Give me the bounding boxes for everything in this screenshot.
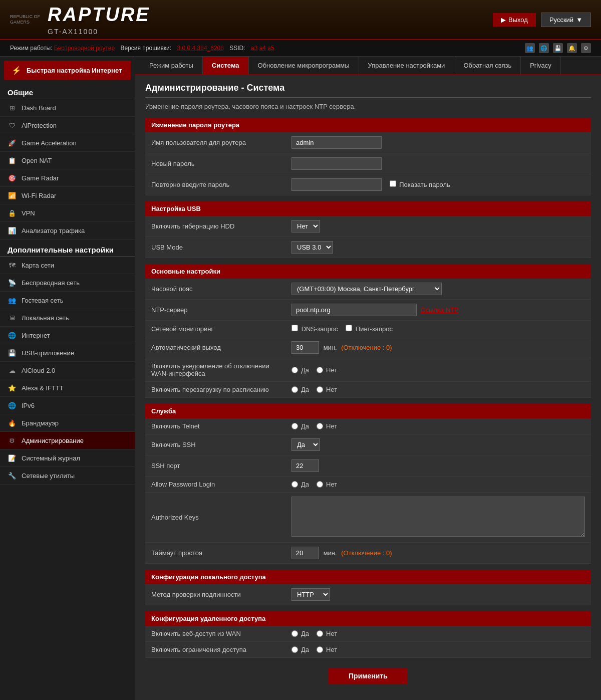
- sidebar-item-dashboard[interactable]: ⊞ Dash Board: [0, 99, 135, 117]
- sidebar-item-ipv6[interactable]: 🌐 IPv6: [0, 397, 135, 414]
- usb-icon[interactable]: 💾: [553, 43, 563, 53]
- quick-setup-button[interactable]: ⚡ Быстрая настройка Интернет: [4, 61, 131, 80]
- sidebar-item-aiprotection[interactable]: 🛡 AiProtection: [0, 117, 135, 134]
- tab-firmware[interactable]: Обновление микропрограммы: [249, 57, 359, 74]
- timezone-label: Часовой пояс: [145, 279, 285, 300]
- authorized-keys-textarea[interactable]: [291, 497, 585, 537]
- brand-area: REPUBLIC OF GAMERS RAPTURE GT-AX11000: [10, 4, 150, 36]
- auto-logout-input[interactable]: [291, 341, 319, 354]
- wan-web-no-label: Нет: [326, 630, 337, 637]
- ssid-a4[interactable]: а4: [259, 45, 266, 52]
- gear-icon[interactable]: ⚙: [581, 43, 591, 53]
- wan-web-yes[interactable]: Да: [291, 630, 309, 637]
- sidebar-item-open-nat[interactable]: 📋 Open NAT: [0, 152, 135, 169]
- confirm-password-input[interactable]: [291, 178, 382, 191]
- schedule-reboot-no-radio[interactable]: [317, 386, 323, 393]
- network-monitor-label: Сетевой мониторинг: [145, 321, 285, 337]
- sidebar-item-aicloud[interactable]: ☁ AiCloud 2.0: [0, 362, 135, 379]
- ssid-a5[interactable]: а5: [267, 45, 274, 52]
- ssid-a3[interactable]: а3: [251, 45, 257, 52]
- sidebar-item-label: Dash Board: [22, 104, 56, 112]
- allow-password-no[interactable]: Нет: [317, 481, 337, 488]
- auth-method-select[interactable]: HTTP HTTPS: [291, 588, 330, 601]
- schedule-reboot-yes-radio[interactable]: [291, 386, 298, 393]
- password-form: Имя пользователя для роутера Новый парол…: [145, 132, 591, 195]
- apply-button[interactable]: Применить: [329, 668, 408, 684]
- firmware-value[interactable]: 3.0.0.4.384_6208: [177, 45, 224, 52]
- access-limit-label: Включить ограничения доступа: [145, 642, 285, 658]
- rapture-title: RAPTURE: [48, 4, 150, 26]
- globe-icon[interactable]: 🌐: [539, 43, 549, 53]
- sidebar-item-lan[interactable]: 🖥 Локальная сеть: [0, 309, 135, 327]
- usb-section-header: Настройка USB: [145, 201, 591, 216]
- wan-notify-no-radio[interactable]: [317, 367, 323, 373]
- tab-privacy[interactable]: Privacy: [521, 57, 561, 74]
- ntp-link[interactable]: Ссылка NTP: [421, 306, 459, 314]
- sidebar-item-guest-network[interactable]: 👥 Гостевая сеть: [0, 292, 135, 309]
- people-icon[interactable]: 👥: [525, 43, 535, 53]
- timezone-select[interactable]: (GMT+03:00) Москва, Санкт-Петербург: [291, 283, 442, 295]
- telnet-no-radio[interactable]: [317, 423, 323, 429]
- bell-icon[interactable]: 🔔: [567, 43, 577, 53]
- allow-password-yes[interactable]: Да: [291, 481, 309, 488]
- access-limit-yes[interactable]: Да: [291, 646, 309, 653]
- sidebar-item-label: Open NAT: [22, 157, 52, 164]
- wan-notify-yes[interactable]: Да: [291, 366, 309, 374]
- tab-system[interactable]: Система: [203, 57, 249, 74]
- wan-notify-yes-radio[interactable]: [291, 367, 298, 373]
- chevron-down-icon: ▼: [576, 16, 582, 24]
- username-input[interactable]: [291, 136, 382, 149]
- tab-settings-management[interactable]: Управление настройками: [359, 57, 455, 74]
- ntp-input[interactable]: [291, 304, 417, 316]
- language-button[interactable]: Русский ▼: [541, 13, 591, 27]
- tab-feedback[interactable]: Обратная связь: [454, 57, 521, 74]
- sidebar-item-internet[interactable]: 🌐 Интернет: [0, 327, 135, 344]
- confirm-password-row: Повторно введите пароль Показать пароль: [145, 174, 591, 195]
- access-limit-yes-radio[interactable]: [291, 646, 298, 653]
- wan-web-yes-radio[interactable]: [291, 630, 298, 637]
- sidebar-item-game-radar[interactable]: 🎯 Game Radar: [0, 169, 135, 187]
- wan-web-yes-label: Да: [301, 630, 309, 637]
- content-area: Режим работы Система Обновление микропро…: [135, 57, 601, 700]
- mode-value[interactable]: Беспроводной роутер: [54, 45, 115, 52]
- allow-password-no-radio[interactable]: [317, 481, 323, 488]
- timeout-input[interactable]: [291, 547, 319, 559]
- allow-password-yes-radio[interactable]: [291, 481, 298, 488]
- usb-mode-select[interactable]: USB 3.0 USB 2.0: [291, 241, 333, 254]
- ssh-port-input[interactable]: [291, 459, 319, 472]
- sidebar-item-network-utils[interactable]: 🔧 Сетевые утилиты: [0, 467, 135, 485]
- schedule-reboot-no[interactable]: Нет: [317, 386, 337, 393]
- tab-operation-mode[interactable]: Режим работы: [140, 57, 203, 74]
- timeout-label: Таймаут простоя: [145, 543, 285, 564]
- wan-web-no[interactable]: Нет: [317, 630, 337, 637]
- exit-button[interactable]: ▶ Выход: [493, 13, 536, 27]
- sidebar-item-firewall[interactable]: 🔥 Брандмауэр: [0, 414, 135, 432]
- sidebar-item-game-acceleration[interactable]: 🚀 Game Acceleration: [0, 134, 135, 152]
- telnet-no[interactable]: Нет: [317, 422, 337, 430]
- dns-checkbox[interactable]: [291, 325, 298, 331]
- sidebar-item-alexa[interactable]: ⭐ Alexa & IFTTT: [0, 379, 135, 397]
- telnet-yes-radio[interactable]: [291, 423, 298, 429]
- new-password-input[interactable]: [291, 157, 382, 170]
- schedule-reboot-yes[interactable]: Да: [291, 386, 309, 393]
- hdd-select[interactable]: Нет Да: [291, 220, 320, 232]
- sidebar-item-vpn[interactable]: 🔒 VPN: [0, 204, 135, 222]
- sidebar-item-usb-app[interactable]: 💾 USB-приложение: [0, 344, 135, 362]
- telnet-yes[interactable]: Да: [291, 422, 309, 430]
- sidebar-item-administration[interactable]: ⚙ Администрирование: [0, 432, 135, 449]
- sidebar-item-wifi-radar[interactable]: 📶 Wi-Fi Radar: [0, 187, 135, 204]
- quick-setup-icon: ⚡: [12, 66, 22, 75]
- wan-web-no-radio[interactable]: [317, 630, 323, 637]
- sidebar-item-network-map[interactable]: 🗺 Карта сети: [0, 257, 135, 274]
- username-label: Имя пользователя для роутера: [145, 132, 285, 153]
- sidebar-item-traffic-analyzer[interactable]: 📊 Анализатор трафика: [0, 222, 135, 240]
- ssh-select[interactable]: Да Нет: [291, 438, 320, 451]
- ping-checkbox[interactable]: [346, 325, 352, 331]
- game-radar-icon: 🎯: [8, 173, 17, 182]
- sidebar-item-syslog[interactable]: 📝 Системный журнал: [0, 449, 135, 467]
- access-limit-no-radio[interactable]: [317, 646, 323, 653]
- sidebar-item-wireless[interactable]: 📡 Беспроводная сеть: [0, 274, 135, 292]
- wan-notify-no[interactable]: Нет: [317, 366, 337, 374]
- access-limit-no[interactable]: Нет: [317, 646, 337, 653]
- show-password-checkbox[interactable]: [390, 180, 396, 187]
